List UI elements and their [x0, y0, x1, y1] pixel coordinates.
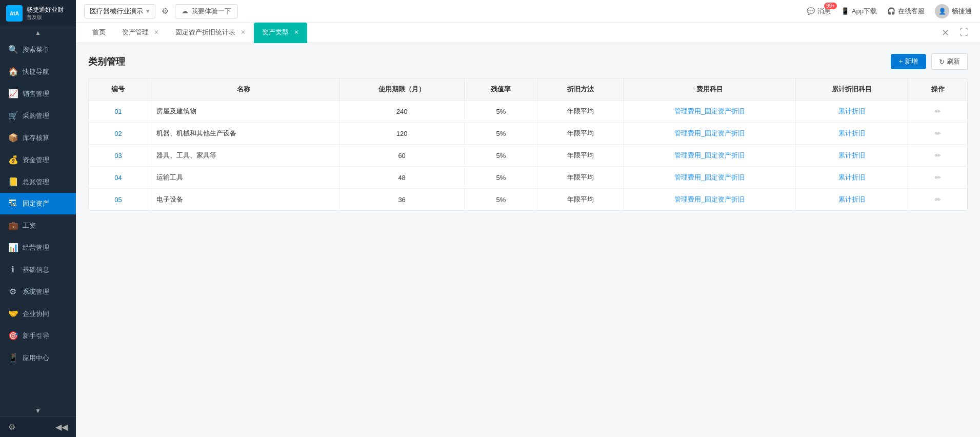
sidebar-label-system: 系统管理 — [23, 287, 49, 296]
message-badge: 99+ — [824, 3, 837, 9]
cell-name-4: 电子设备 — [148, 189, 339, 211]
edit-icon-0[interactable]: ✏ — [935, 107, 941, 115]
cell-accumulated-3: 累计折旧 — [796, 167, 908, 189]
sidebar-item-purchase[interactable]: 🛒 采购管理 — [0, 105, 76, 127]
sidebar-item-wage[interactable]: 💼 工资 — [0, 214, 76, 236]
topbar-settings-icon[interactable]: ⚙ — [159, 4, 171, 18]
tab-asset-mgmt[interactable]: 资产管理 ✕ — [114, 23, 167, 43]
main-area: 医疗器械行业演示 ▾ ⚙ ☁ 我要体验一下 💬 消息 99+ 📱 App下载 🎧… — [76, 0, 980, 437]
table-row: 02 机器、机械和其他生产设备 120 5% 年限平均 管理费用_固定资产折旧 … — [89, 123, 967, 145]
tab-asset-mgmt-close[interactable]: ✕ — [154, 29, 159, 36]
sidebar-item-search[interactable]: 🔍 搜索菜单 — [0, 38, 76, 61]
message-icon: 💬 — [807, 7, 815, 15]
user-menu[interactable]: 👤 畅捷通 — [935, 4, 972, 18]
experience-button[interactable]: ☁ 我要体验一下 — [175, 4, 238, 18]
tab-depreciation-close[interactable]: ✕ — [241, 29, 246, 36]
sidebar-item-system[interactable]: ⚙ 系统管理 — [0, 281, 76, 303]
tab-close-all-icon[interactable]: ✕ — [938, 26, 952, 39]
topbar-right: 💬 消息 99+ 📱 App下载 🎧 在线客服 👤 畅捷通 — [807, 4, 972, 18]
sidebar-item-collab[interactable]: 🤝 企业协同 — [0, 303, 76, 325]
cell-name-1: 机器、机械和其他生产设备 — [148, 123, 339, 145]
sidebar-label-purchase: 采购管理 — [23, 111, 49, 121]
page-actions: + 新增 ↻ 刷新 — [891, 53, 968, 70]
sidebar-label-sales: 销售管理 — [23, 89, 49, 98]
cell-expense-2: 管理费用_固定资产折旧 — [624, 145, 796, 167]
tab-depreciation-table[interactable]: 固定资产折旧统计表 ✕ — [167, 23, 254, 43]
tab-expand-icon[interactable]: ⛶ — [956, 26, 972, 39]
col-action: 操作 — [908, 78, 967, 101]
sidebar-item-fixed[interactable]: 🏗 固定资产 — [0, 193, 76, 214]
tabs-right-controls: ✕ ⛶ — [938, 26, 972, 39]
app-label: App下载 — [852, 7, 877, 16]
topbar-left: 医疗器械行业演示 ▾ ⚙ ☁ 我要体验一下 — [84, 4, 238, 18]
tab-home[interactable]: 首页 — [84, 23, 114, 43]
tabs-bar: 首页 资产管理 ✕ 固定资产折旧统计表 ✕ 资产类型 ✕ ✕ ⛶ — [76, 23, 980, 43]
sidebar-label-fixed: 固定资产 — [23, 199, 49, 208]
cell-method-0: 年限平均 — [537, 101, 624, 123]
company-dropdown-arrow: ▾ — [146, 7, 150, 15]
sidebar: AtA 畅捷通好业财 普及版 ▲ 🔍 搜索菜单🏠 快捷导航📈 销售管理🛒 采购管… — [0, 0, 76, 437]
edit-icon-3[interactable]: ✏ — [935, 173, 941, 182]
cell-accumulated-0: 累计折旧 — [796, 101, 908, 123]
sidebar-label-guide: 新手引导 — [23, 331, 49, 341]
online-service-btn[interactable]: 🎧 在线客服 — [887, 7, 925, 16]
cell-accumulated-2: 累计折旧 — [796, 145, 908, 167]
sidebar-scroll-down[interactable]: ▼ — [0, 405, 76, 416]
company-selector[interactable]: 医疗器械行业演示 ▾ — [84, 4, 155, 18]
cell-code-0: 01 — [89, 101, 148, 123]
service-icon: 🎧 — [887, 7, 895, 15]
sidebar-item-sales[interactable]: 📈 销售管理 — [0, 83, 76, 105]
company-name: 医疗器械行业演示 — [90, 7, 143, 16]
sidebar-label-ledger: 总账管理 — [23, 177, 49, 187]
cell-name-3: 运输工具 — [148, 167, 339, 189]
cell-name-0: 房屋及建筑物 — [148, 101, 339, 123]
settings-bottom-icon[interactable]: ⚙ — [8, 422, 15, 432]
col-method: 折旧方法 — [537, 78, 624, 101]
sidebar-label-appstore: 应用中心 — [23, 353, 49, 363]
cell-code-3: 04 — [89, 167, 148, 189]
cell-accumulated-1: 累计折旧 — [796, 123, 908, 145]
cell-method-4: 年限平均 — [537, 189, 624, 211]
sidebar-label-wage: 工资 — [23, 221, 36, 230]
message-btn[interactable]: 💬 消息 99+ — [807, 7, 831, 16]
sidebar-label-collab: 企业协同 — [23, 309, 49, 319]
tab-asset-type-close[interactable]: ✕ — [294, 29, 299, 36]
sidebar-label-inventory: 库存核算 — [23, 133, 49, 143]
edit-icon-4[interactable]: ✏ — [935, 195, 941, 204]
sidebar-item-basic[interactable]: ℹ 基础信息 — [0, 259, 76, 281]
sidebar-item-capital[interactable]: 💰 资金管理 — [0, 149, 76, 171]
sidebar-item-appstore[interactable]: 📱 应用中心 — [0, 347, 76, 369]
new-button[interactable]: + 新增 — [891, 54, 926, 69]
cell-period-0: 240 — [339, 101, 465, 123]
sidebar-item-inventory[interactable]: 📦 库存核算 — [0, 127, 76, 149]
cell-method-2: 年限平均 — [537, 145, 624, 167]
edit-icon-1[interactable]: ✏ — [935, 129, 941, 137]
tab-asset-type[interactable]: 资产类型 ✕ — [254, 23, 307, 43]
app-download-btn[interactable]: 📱 App下载 — [841, 7, 877, 16]
user-name: 畅捷通 — [952, 7, 972, 16]
sidebar-item-ledger[interactable]: 📒 总账管理 — [0, 171, 76, 193]
sidebar-scroll-up[interactable]: ▲ — [0, 27, 76, 38]
cell-period-1: 120 — [339, 123, 465, 145]
sidebar-label-capital: 资金管理 — [23, 155, 49, 165]
cell-method-3: 年限平均 — [537, 167, 624, 189]
sidebar-logo: AtA 畅捷通好业财 普及版 — [0, 0, 76, 27]
sidebar-item-guide[interactable]: 🎯 新手引导 — [0, 325, 76, 347]
cell-code-1: 02 — [89, 123, 148, 145]
table-row: 04 运输工具 48 5% 年限平均 管理费用_固定资产折旧 累计折旧 ✏ — [89, 167, 967, 189]
sidebar-icon-ledger: 📒 — [8, 177, 17, 187]
sidebar-icon-fixed: 🏗 — [8, 199, 17, 208]
col-accumulated: 累计折旧科目 — [796, 78, 908, 101]
refresh-button[interactable]: ↻ 刷新 — [931, 53, 968, 70]
col-code: 编号 — [89, 78, 148, 101]
sidebar-bottom: ⚙ ◀◀ — [0, 416, 76, 437]
logo-icon: AtA — [6, 5, 23, 22]
edit-icon-2[interactable]: ✏ — [935, 151, 941, 160]
sidebar-label-ops: 经营管理 — [23, 243, 49, 252]
sidebar-item-ops[interactable]: 📊 经营管理 — [0, 236, 76, 259]
service-label: 在线客服 — [898, 7, 925, 16]
sidebar-icon-appstore: 📱 — [8, 353, 17, 363]
cell-residual-1: 5% — [465, 123, 537, 145]
collapse-icon[interactable]: ◀◀ — [55, 422, 68, 432]
sidebar-item-quicknav[interactable]: 🏠 快捷导航 — [0, 61, 76, 83]
